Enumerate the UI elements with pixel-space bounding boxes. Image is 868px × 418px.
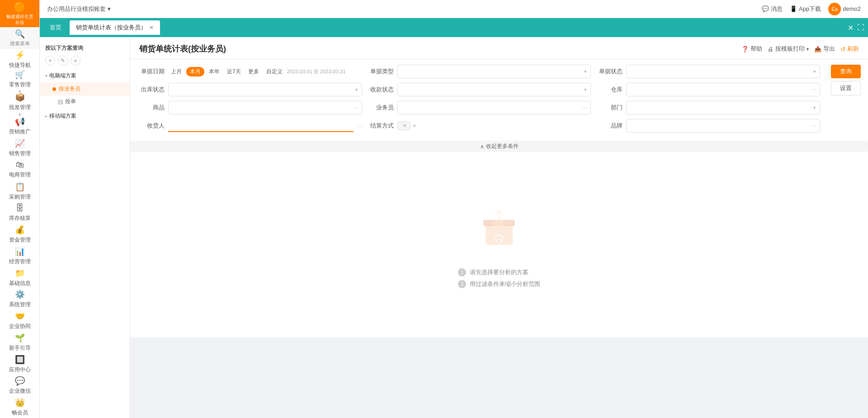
sidebar-item-enterprise[interactable]: 🤝 企业协同	[0, 310, 40, 332]
filter-row-3: 商品 ··· 业务员 ···	[137, 101, 820, 114]
filter-payment-label: 收款状态	[367, 86, 394, 94]
date-tab-thismonth[interactable]: 本月	[186, 67, 204, 76]
step-num-2: 2	[458, 280, 466, 288]
lp-group-mobile-text: 移动端方案	[49, 112, 76, 120]
date-tab-lastmonth[interactable]: 上月	[168, 67, 184, 76]
sidebar-operations-label: 经营管理	[9, 258, 31, 266]
payment-select[interactable]: ▾	[397, 83, 591, 96]
sidebar-item-purchase[interactable]: 📋 采购管理	[0, 180, 40, 202]
sidebar-item-finance[interactable]: 💰 资金管理	[0, 223, 40, 245]
sidebar-sales-label: 销售管理	[9, 150, 31, 157]
sidebar-item-search[interactable]: 🔍 搜索菜单	[0, 27, 40, 49]
right-section: 销货单统计表(按业务员) ❓ 帮助 🖨 按模板打印 ▾ 📤 导出	[130, 37, 868, 418]
sidebar-item-wechat[interactable]: 💬 企业微信	[0, 375, 40, 397]
date-tab-thisyear[interactable]: 本年	[206, 67, 222, 76]
empty-state: 1 请先选择要分析的方案 2 用过滤条件来缩小分析范围	[130, 157, 868, 337]
sidebar-item-retail[interactable]: 🛒 零售管理 ▾	[0, 71, 40, 93]
query-button[interactable]: 查询	[831, 65, 861, 78]
receiver-input[interactable]	[168, 119, 354, 132]
lp-group-desktop-label[interactable]: ▾ 电脑端方案	[40, 69, 130, 82]
sidebar-item-basic[interactable]: 📁 基础信息	[0, 267, 40, 289]
purchase-icon: 📋	[15, 182, 25, 192]
sidebar-item-sales[interactable]: 📈 销售管理	[0, 137, 40, 159]
date-tab-more[interactable]: 更多	[245, 67, 262, 76]
message-btn[interactable]: 💬 消息	[762, 5, 783, 13]
sidebar-item-member[interactable]: 👑 畅会员	[0, 396, 40, 418]
lp-sub-salesman-label: 按业务员	[59, 85, 80, 93]
lp-sub-salesman[interactable]: 按业务员	[40, 82, 130, 95]
sidebar-system-label: 系统管理	[9, 301, 31, 309]
filter-orderstatus-group: 单据状态 ▾	[595, 65, 820, 78]
help-btn[interactable]: ❓ 帮助	[741, 45, 762, 53]
date-tab-custom[interactable]: 自定义	[264, 67, 285, 76]
sidebar-finance-label: 资金管理	[9, 236, 31, 244]
collapse-btn-area: ∧ 收起更多条件	[130, 138, 868, 157]
tabbar-close-btn[interactable]: ✕	[848, 24, 854, 32]
refresh-btn[interactable]: ↺ 刷新	[840, 45, 859, 53]
step-num-1: 1	[458, 268, 466, 276]
sidebar-item-ecommerce[interactable]: 🛍 电商管理	[0, 159, 40, 180]
workspace-dropdown-icon: ▾	[108, 5, 111, 12]
lp-collapse-btn[interactable]: «	[71, 56, 80, 66]
sidebar-newbie-label: 新手引导	[9, 344, 31, 352]
workspace-selector[interactable]: 办公用品行业模拟账套 ▾	[47, 5, 111, 13]
sidebar-item-marketing[interactable]: 📢 营销推广	[0, 116, 40, 138]
export-btn[interactable]: 📤 导出	[814, 45, 835, 53]
tabbar-actions: ✕ ⛶	[848, 24, 864, 32]
tab-home[interactable]: 首页	[43, 20, 68, 35]
empty-step-1: 1 请先选择要分析的方案	[458, 268, 540, 276]
brand-select[interactable]: ···	[626, 119, 820, 133]
tabbar-maximize-btn[interactable]: ⛶	[857, 24, 864, 32]
logo: 🟠 畅捷通好生意 标版	[0, 0, 40, 27]
app-download-btn[interactable]: 📱 App下载	[790, 5, 821, 13]
filter-warehouse-group: 仓库 ···	[595, 83, 820, 96]
order-status-select[interactable]: ▾	[626, 65, 820, 78]
lp-edit-btn[interactable]: ✎	[58, 56, 68, 66]
order-status-arrow: ▾	[813, 69, 816, 75]
lp-add-btn[interactable]: +	[45, 56, 55, 66]
order-type-select[interactable]: ▾	[397, 65, 591, 78]
date-tab-7days[interactable]: 近7天	[224, 67, 244, 76]
sidebar-item-appcenter[interactable]: 🔲 应用中心	[0, 353, 40, 375]
filter-date-group: 单据日期 上月 本月 本年 近7天 更多 自定义 2023-03-01 至 20…	[137, 65, 362, 78]
tab-close-icon[interactable]: ✕	[149, 24, 154, 31]
tab-sales-stat[interactable]: 销货单统计表（按业务员） ✕	[70, 20, 160, 35]
filter-goods-label: 商品	[137, 104, 165, 112]
system-icon: ⚙️	[15, 290, 25, 299]
warehouse-select[interactable]: ···	[626, 83, 820, 96]
sidebar-basic-label: 基础信息	[9, 280, 31, 287]
filter-row-4: 收货人 ··· 结算方式 ×	[137, 119, 820, 133]
lp-group-desktop-arrow: ▾	[45, 73, 47, 78]
sidebar-item-operations[interactable]: 📊 经营管理	[0, 245, 40, 267]
user-avatar-area[interactable]: Ea demo2	[828, 3, 861, 15]
sidebar-item-wholesale[interactable]: 📦 批发管理 ▴	[0, 93, 40, 116]
sidebar-item-quicknav[interactable]: ⚡ 快捷导航	[0, 49, 40, 71]
collapse-more-button[interactable]: ∧ 收起更多条件	[130, 141, 868, 152]
outbound-select[interactable]: ▾	[168, 83, 362, 96]
marketing-icon: 📢	[15, 117, 25, 127]
outbound-arrow: ▾	[355, 87, 358, 93]
settlement-tag-close[interactable]: ×	[403, 123, 406, 129]
sidebar-item-newbie[interactable]: 🌱 新手引导	[0, 332, 40, 353]
lp-sub-order[interactable]: ⊟ 按单	[40, 95, 130, 108]
filter-brand-group: 品牌 ···	[595, 119, 820, 133]
svg-point-4	[498, 240, 500, 242]
filter-salesman-group: 业务员 ···	[367, 101, 591, 114]
template-print-btn[interactable]: 🖨 按模板打印 ▾	[768, 45, 809, 53]
finance-icon: 💰	[15, 225, 25, 235]
quicknav-icon: ⚡	[15, 50, 25, 60]
lp-group-mobile-label[interactable]: ▸ 移动端方案	[40, 109, 130, 123]
sidebar-item-system[interactable]: ⚙️ 系统管理	[0, 289, 40, 310]
avatar-text: Ea	[832, 6, 838, 12]
dept-select[interactable]: ▾	[626, 101, 820, 114]
settings-button[interactable]: 设置	[831, 81, 861, 95]
sidebar-item-inventory[interactable]: 🗄 库存核算	[0, 202, 40, 224]
export-icon: 📤	[814, 46, 821, 52]
filter-brand-label: 品牌	[595, 122, 623, 130]
lp-sub-salesman-dot	[52, 87, 56, 91]
salesman-select[interactable]: ···	[397, 101, 591, 114]
left-panel: 按以下方案查询 + ✎ « ▾ 电脑端方案	[40, 37, 130, 418]
goods-select[interactable]: ···	[168, 101, 362, 114]
date-tab-group: 上月 本月 本年 近7天 更多 自定义 2023-03-01 至 2023-03…	[168, 67, 362, 76]
filter-dept-label: 部门	[595, 104, 623, 112]
